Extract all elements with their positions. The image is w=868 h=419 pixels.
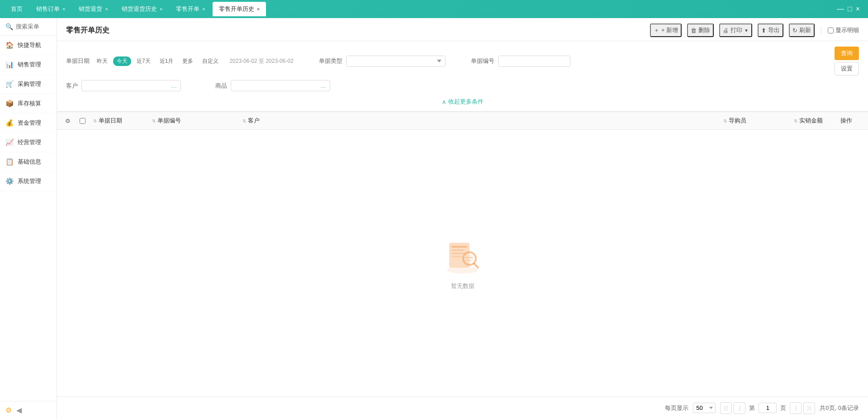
tab-sales-order[interactable]: 销售订单 × bbox=[30, 2, 71, 16]
sidebar-item-purchase-mgmt[interactable]: 🛒 采购管理 bbox=[0, 75, 57, 94]
close-retail-history-icon[interactable]: × bbox=[257, 6, 260, 12]
sidebar-item-quick-nav[interactable]: 🏠 快捷导航 bbox=[0, 36, 57, 55]
display-detail-checkbox-label[interactable]: 显示明细 bbox=[828, 26, 859, 34]
delete-icon: 🗑 bbox=[691, 27, 697, 34]
window-maximize[interactable]: □ bbox=[848, 5, 852, 13]
svg-line-8 bbox=[474, 264, 478, 268]
sidebar-search-label: 搜索采单 bbox=[16, 23, 39, 31]
per-page-label: 每页显示 bbox=[665, 404, 688, 412]
shortcut-yesterday[interactable]: 昨天 bbox=[93, 56, 111, 66]
th-date[interactable]: ⇅ 单据日期 bbox=[90, 117, 148, 125]
sidebar-item-finance[interactable]: 💰 资金管理 bbox=[0, 113, 57, 133]
empty-text: 暂无数据 bbox=[451, 282, 474, 290]
th-action: 操作 bbox=[828, 117, 864, 125]
quick-nav-icon: 🏠 bbox=[5, 41, 14, 49]
last-page-button[interactable]: ⟩⟩ bbox=[803, 402, 815, 414]
sys-mgmt-icon: ⚙️ bbox=[5, 177, 14, 185]
settings-button[interactable]: 设置 bbox=[835, 62, 859, 75]
close-retail-open-icon[interactable]: × bbox=[202, 6, 205, 12]
sidebar-item-sales-mgmt[interactable]: 📊 销售管理 bbox=[0, 55, 57, 75]
sidebar-item-inventory[interactable]: 📦 库存核算 bbox=[0, 94, 57, 113]
filter-date: 单据日期 昨天 今天 近7天 近1月 更多 自定义 bbox=[66, 56, 222, 66]
collapse-sidebar-icon[interactable]: ◀ bbox=[16, 406, 22, 414]
shortcut-more[interactable]: 更多 bbox=[179, 56, 197, 66]
export-label: 导出 bbox=[768, 26, 780, 34]
tab-home-label: 首页 bbox=[11, 5, 23, 13]
query-button[interactable]: 查询 bbox=[835, 47, 859, 60]
top-bar: 首页 销售订单 × 销货退货 × 销货退货历史 × 零售开单 × 零售开单历史 … bbox=[0, 0, 868, 18]
pagination: 每页显示 50 10 20 100 ⟨⟨ ⟨ 第 页 ⟩ ⟩⟩ 共0页, 0条记… bbox=[57, 396, 868, 419]
th-number-label: 单据编号 bbox=[157, 117, 181, 125]
tab-retail-history[interactable]: 零售开单历史 × bbox=[213, 2, 266, 16]
settings-bottom-icon[interactable]: ⚙ bbox=[5, 406, 12, 414]
close-sales-return-icon[interactable]: × bbox=[105, 6, 108, 12]
shortcut-today[interactable]: 今天 bbox=[113, 56, 131, 66]
th-number[interactable]: ⇅ 单据编号 bbox=[148, 117, 239, 125]
empty-state: 暂无数据 bbox=[57, 130, 868, 396]
page-label-pre: 第 bbox=[749, 404, 755, 412]
empty-illustration bbox=[440, 236, 485, 277]
number-input[interactable] bbox=[498, 56, 570, 67]
refresh-icon: ↻ bbox=[792, 27, 797, 34]
print-label: 打印 bbox=[730, 26, 742, 34]
type-select[interactable] bbox=[346, 56, 446, 67]
filter-type: 单据类型 bbox=[319, 56, 446, 67]
basic-info-icon: 📋 bbox=[5, 158, 14, 166]
tab-sales-return[interactable]: 销货退货 × bbox=[72, 2, 114, 16]
window-close[interactable]: × bbox=[856, 5, 860, 13]
type-filter-label: 单据类型 bbox=[319, 57, 342, 65]
th-amount-label: 实销金额 bbox=[799, 117, 823, 125]
tab-home[interactable]: 首页 bbox=[5, 2, 29, 16]
close-sales-order-icon[interactable]: × bbox=[62, 6, 65, 12]
sidebar-item-basic-info[interactable]: 📋 基础信息 bbox=[0, 152, 57, 172]
print-icon: 🖨 bbox=[723, 27, 729, 34]
shortcut-7days[interactable]: 近7天 bbox=[133, 56, 154, 66]
tab-retail-open[interactable]: 零售开单 × bbox=[170, 2, 211, 16]
column-settings-icon[interactable]: ⚙ bbox=[61, 118, 75, 124]
next-page-button[interactable]: ⟩ bbox=[790, 402, 802, 414]
svg-rect-3 bbox=[451, 250, 464, 251]
page-input[interactable] bbox=[759, 403, 777, 413]
shortcut-custom[interactable]: 自定义 bbox=[199, 56, 222, 66]
sidebar-search[interactable]: 🔍 搜索采单 bbox=[0, 18, 57, 36]
tab-sales-return-history[interactable]: 销货退货历史 × bbox=[115, 2, 169, 16]
per-page-select[interactable]: 50 10 20 100 bbox=[693, 403, 716, 413]
tab-sales-return-label: 销货退货 bbox=[79, 5, 102, 13]
sidebar-item-purchase-mgmt-label: 采购管理 bbox=[18, 80, 41, 88]
filter-number: 单据编号 bbox=[471, 56, 570, 67]
customer-ellipsis[interactable]: … bbox=[81, 80, 181, 91]
product-ellipsis[interactable]: … bbox=[231, 80, 330, 91]
sidebar-item-sys-mgmt[interactable]: ⚙️ 系统管理 bbox=[0, 172, 57, 191]
prev-page-button[interactable]: ⟨ bbox=[734, 402, 745, 414]
th-guide[interactable]: ⇅ 导购员 bbox=[720, 117, 774, 125]
select-all-checkbox[interactable] bbox=[80, 118, 85, 124]
refresh-button[interactable]: ↻ 刷新 bbox=[789, 24, 815, 37]
sidebar-item-operations[interactable]: 📈 经营管理 bbox=[0, 133, 57, 152]
close-sales-return-history-icon[interactable]: × bbox=[160, 6, 162, 12]
first-page-button[interactable]: ⟨⟨ bbox=[720, 402, 732, 414]
product-filter-label: 商品 bbox=[215, 82, 227, 90]
print-dropdown-icon: ▼ bbox=[744, 28, 749, 33]
th-customer-label: 客户 bbox=[248, 117, 260, 125]
display-detail-checkbox[interactable] bbox=[828, 28, 834, 33]
collapse-icon: ∧ bbox=[442, 99, 446, 105]
th-customer[interactable]: ⇅ 客户 bbox=[239, 117, 720, 125]
toolbar-actions: ＋ + 新增 🗑 删除 🖨 打印 ▼ ⬆ 导出 ↻ bbox=[650, 24, 859, 37]
shortcut-1month[interactable]: 近1月 bbox=[156, 56, 177, 66]
page-total: 共0页, 0条记录 bbox=[820, 404, 859, 412]
th-date-label: 单据日期 bbox=[99, 117, 122, 125]
search-icon: 🔍 bbox=[5, 23, 13, 30]
th-sort-icon-amount: ⇅ bbox=[794, 118, 797, 123]
export-button[interactable]: ⬆ 导出 bbox=[758, 24, 783, 37]
add-label: + 新增 bbox=[661, 26, 678, 34]
toolbar-divider bbox=[821, 27, 821, 34]
svg-rect-5 bbox=[451, 256, 461, 257]
print-button[interactable]: 🖨 打印 ▼ bbox=[719, 24, 752, 37]
th-sort-icon-guide: ⇅ bbox=[723, 118, 727, 123]
th-amount[interactable]: ⇅ 实销金额 bbox=[774, 117, 828, 125]
sidebar-bottom: ⚙ ◀ bbox=[0, 401, 57, 419]
add-button[interactable]: ＋ + 新增 bbox=[650, 24, 682, 37]
collapse-more-button[interactable]: ∧ 收起更多条件 bbox=[66, 96, 859, 106]
window-minimize[interactable]: — bbox=[837, 5, 844, 13]
delete-button[interactable]: 🗑 删除 bbox=[687, 24, 714, 37]
